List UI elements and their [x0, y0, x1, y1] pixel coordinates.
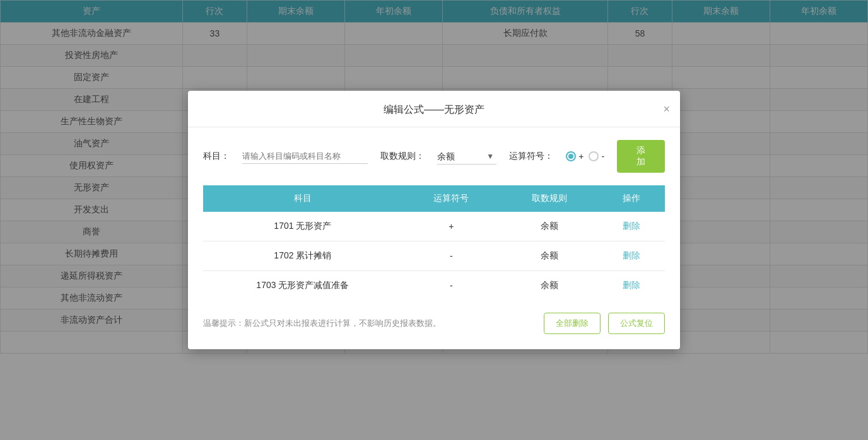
- modal-header: 编辑公式——无形资产 ×: [188, 91, 680, 127]
- delete-row-link[interactable]: 删除: [623, 221, 640, 231]
- subject-input[interactable]: [242, 149, 368, 164]
- delete-row-link[interactable]: 删除: [623, 280, 640, 290]
- formula-operator-cell: -: [402, 241, 500, 271]
- operator-label: 运算符号：: [509, 151, 553, 162]
- modal-overlay: 编辑公式——无形资产 × 科目： 取数规则： 余额借方发生额贷方发生额借方余额贷…: [0, 0, 868, 440]
- formula-subject-cell: 1703 无形资产减值准备: [203, 271, 402, 301]
- formula-action-cell: 删除: [598, 241, 665, 271]
- operator-minus-text: -: [601, 151, 604, 161]
- reset-formula-button[interactable]: 公式复位: [608, 313, 665, 334]
- operator-group: + -: [566, 151, 604, 161]
- formula-rule-cell: 余额: [500, 271, 598, 301]
- formula-table-row: 1703 无形资产减值准备-余额删除: [203, 271, 665, 301]
- operator-minus-label[interactable]: -: [589, 151, 604, 161]
- formula-subject-cell: 1702 累计摊销: [203, 241, 402, 271]
- subject-label: 科目：: [203, 151, 230, 162]
- modal-title: 编辑公式——无形资产: [384, 104, 484, 115]
- th-action: 操作: [598, 185, 665, 212]
- add-button[interactable]: 添加: [617, 140, 665, 173]
- operator-plus-text: +: [578, 151, 584, 161]
- formula-form: 科目： 取数规则： 余额借方发生额贷方发生额借方余额贷方余额 ▼ 运算符号： +…: [188, 127, 680, 185]
- formula-table: 科目 运算符号 取数规则 操作 1701 无形资产+余额删除1702 累计摊销-…: [203, 185, 665, 300]
- formula-rule-cell: 余额: [500, 241, 598, 271]
- edit-formula-modal: 编辑公式——无形资产 × 科目： 取数规则： 余额借方发生额贷方发生额借方余额贷…: [188, 91, 680, 349]
- th-rule: 取数规则: [500, 185, 598, 212]
- formula-action-cell: 删除: [598, 212, 665, 241]
- delete-all-button[interactable]: 全部删除: [544, 313, 601, 334]
- formula-action-cell: 删除: [598, 271, 665, 301]
- warning-section: 温馨提示：新公式只对未出报表进行计算，不影响历史报表数据。 全部删除 公式复位: [188, 300, 680, 334]
- th-subject: 科目: [203, 185, 402, 212]
- operator-plus-label[interactable]: +: [566, 151, 584, 161]
- delete-row-link[interactable]: 删除: [623, 250, 640, 260]
- operator-minus-radio[interactable]: [589, 151, 599, 161]
- bottom-button-group: 全部删除 公式复位: [544, 313, 665, 334]
- operator-plus-radio[interactable]: [566, 151, 576, 161]
- formula-rule-cell: 余额: [500, 212, 598, 241]
- formula-operator-cell: -: [402, 271, 500, 301]
- rule-select[interactable]: 余额借方发生额贷方发生额借方余额贷方余额: [437, 149, 496, 165]
- rule-select-wrap: 余额借方发生额贷方发生额借方余额贷方余额 ▼: [437, 149, 496, 165]
- rule-label: 取数规则：: [380, 151, 425, 162]
- modal-close-button[interactable]: ×: [663, 103, 670, 115]
- formula-subject-cell: 1701 无形资产: [203, 212, 402, 241]
- formula-table-wrap: 科目 运算符号 取数规则 操作 1701 无形资产+余额删除1702 累计摊销-…: [203, 185, 665, 300]
- formula-table-row: 1702 累计摊销-余额删除: [203, 241, 665, 271]
- formula-table-row: 1701 无形资产+余额删除: [203, 212, 665, 241]
- formula-operator-cell: +: [402, 212, 500, 241]
- th-operator: 运算符号: [402, 185, 500, 212]
- warning-text: 温馨提示：新公式只对未出报表进行计算，不影响历史报表数据。: [203, 318, 441, 329]
- table-header-row: 科目 运算符号 取数规则 操作: [203, 185, 665, 212]
